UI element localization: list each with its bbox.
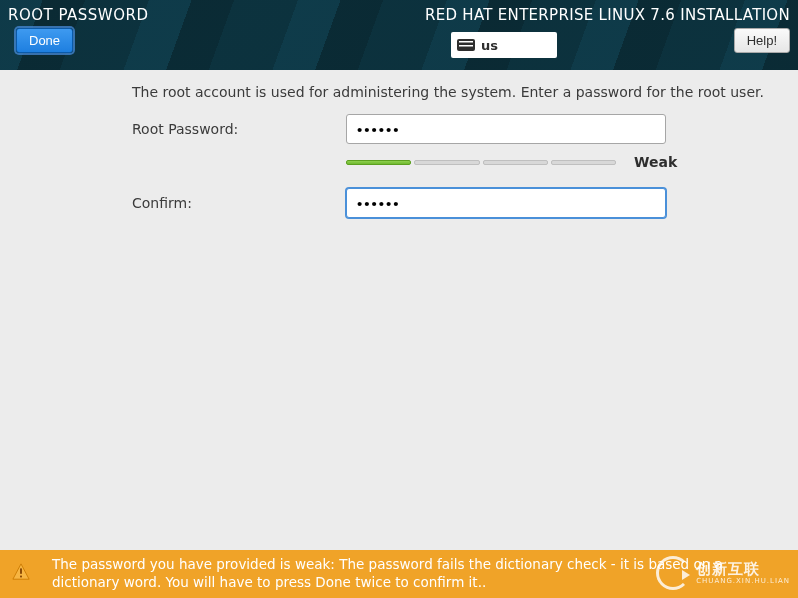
password-strength-row: Weak xyxy=(0,154,798,170)
confirm-password-row: Confirm: xyxy=(0,188,798,218)
strength-segment-3 xyxy=(483,160,548,165)
strength-segment-2 xyxy=(414,160,479,165)
svg-rect-0 xyxy=(20,568,22,573)
confirm-password-input[interactable] xyxy=(346,188,666,218)
strength-segment-1 xyxy=(346,160,411,165)
strength-segment-4 xyxy=(551,160,616,165)
warning-icon xyxy=(12,563,30,585)
done-button[interactable]: Done xyxy=(16,28,73,53)
installer-title: RED HAT ENTERPRISE LINUX 7.6 INSTALLATIO… xyxy=(425,6,790,24)
root-password-row: Root Password: xyxy=(0,114,798,144)
keyboard-layout-indicator[interactable]: us xyxy=(451,32,557,58)
warning-bar: The password you have provided is weak: … xyxy=(0,550,798,598)
content-area: The root account is used for administeri… xyxy=(0,70,798,218)
keyboard-layout-label: us xyxy=(481,38,498,53)
root-password-input[interactable] xyxy=(346,114,666,144)
instruction-text: The root account is used for administeri… xyxy=(0,84,798,114)
svg-rect-1 xyxy=(20,576,22,578)
password-strength-label: Weak xyxy=(634,154,677,170)
password-strength-meter xyxy=(346,160,616,165)
warning-message: The password you have provided is weak: … xyxy=(52,556,782,591)
header-bar: ROOT PASSWORD RED HAT ENTERPRISE LINUX 7… xyxy=(0,0,798,70)
page-title: ROOT PASSWORD xyxy=(8,6,148,24)
help-button[interactable]: Help! xyxy=(734,28,790,53)
keyboard-icon xyxy=(457,39,475,51)
confirm-password-label: Confirm: xyxy=(0,195,346,211)
root-password-label: Root Password: xyxy=(0,121,346,137)
